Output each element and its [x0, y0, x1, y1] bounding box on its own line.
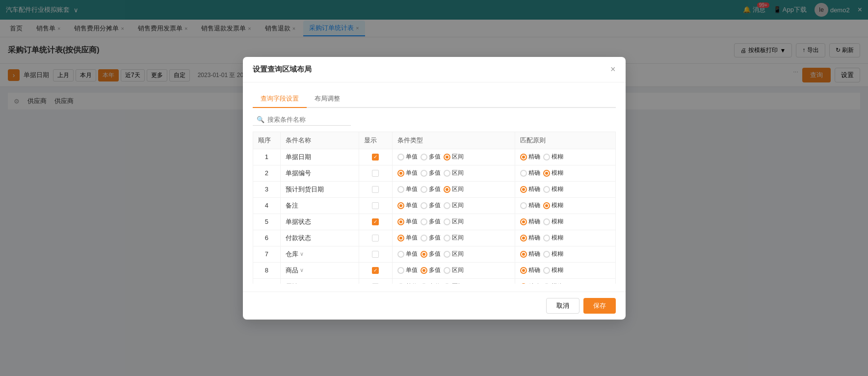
show-checkbox[interactable]: [372, 170, 379, 177]
row-order: 2: [253, 165, 281, 181]
tab-layout-adjust-label: 布局调整: [315, 95, 340, 102]
modal-close-button[interactable]: ×: [610, 65, 616, 74]
row-name: 预计到货日期: [281, 181, 359, 185]
row-name: 单据编号: [281, 165, 359, 181]
config-table: 顺序 条件名称 显示 条件类型 匹配原则 1 单据日期: [253, 132, 616, 186]
table-row: 2 单据编号 单值: [253, 165, 615, 181]
search-icon: 🔍: [257, 116, 264, 123]
tab-layout-adjust[interactable]: 布局调整: [307, 90, 348, 108]
col-header-match: 匹配原则: [515, 132, 615, 149]
row-match: 精确 模糊: [515, 165, 615, 181]
modal-title: 设置查询区域布局: [253, 65, 312, 74]
single-label: 单值: [406, 153, 418, 161]
range-label: 区间: [452, 153, 464, 161]
row-match: 精确 模糊: [515, 181, 615, 185]
condition-search-input[interactable]: [267, 116, 347, 123]
row-order: 1: [253, 149, 281, 165]
match-radio-group: 精确 模糊: [520, 153, 610, 161]
col-header-show: 显示: [359, 132, 392, 149]
exact-dot: [520, 154, 527, 161]
modal-header: 设置查询区域布局 ×: [243, 57, 626, 82]
row-type: 单值 多值 区间: [392, 149, 515, 165]
type-radio-group: 单值 多值 区间: [397, 153, 510, 161]
row-type: 单值 多值 区间: [392, 165, 515, 181]
modal-tabs: 查询字段设置 布局调整: [253, 90, 616, 108]
fuzzy-label: 模糊: [552, 153, 563, 161]
tab-query-fields[interactable]: 查询字段设置: [253, 90, 307, 108]
row-order: 3: [253, 181, 281, 185]
match-exact-radio[interactable]: 精确: [520, 153, 540, 161]
row-show[interactable]: [359, 165, 392, 181]
modal-body: 查询字段设置 布局调整 🔍 顺序 条件名称 显示: [243, 82, 626, 186]
row-match: 精确 模糊: [515, 149, 615, 165]
col-header-type: 条件类型: [392, 132, 515, 149]
range-dot: [444, 154, 450, 161]
settings-modal: 设置查询区域布局 × 查询字段设置 布局调整 🔍: [243, 57, 626, 186]
type-multi-radio[interactable]: 多值: [421, 153, 441, 161]
table-row: 1 单据日期 单值: [253, 149, 615, 165]
exact-label: 精确: [528, 153, 540, 161]
show-checkbox[interactable]: [372, 154, 379, 161]
match-fuzzy-radio[interactable]: 模糊: [543, 153, 563, 161]
col-header-order: 顺序: [253, 132, 281, 149]
tab-query-fields-label: 查询字段设置: [261, 95, 299, 102]
multi-dot: [421, 154, 427, 161]
modal-overlay: 设置查询区域布局 × 查询字段设置 布局调整 🔍: [0, 0, 868, 185]
condition-search-box: 🔍: [253, 114, 351, 126]
type-single-radio[interactable]: 单值: [397, 153, 418, 161]
single-dot: [397, 154, 404, 161]
multi-label: 多值: [429, 153, 441, 161]
config-table-scroll[interactable]: 顺序 条件名称 显示 条件类型 匹配原则 1 单据日期: [253, 132, 616, 186]
row-name: 单据日期: [281, 149, 359, 165]
table-row: 3 预计到货日期 单值: [253, 181, 615, 185]
row-show[interactable]: [359, 149, 392, 165]
type-range-radio[interactable]: 区间: [444, 153, 464, 161]
fuzzy-dot: [543, 154, 550, 161]
row-type: 单值 多值 区间: [392, 181, 515, 185]
row-show[interactable]: [359, 181, 392, 185]
col-header-name: 条件名称: [281, 132, 359, 149]
